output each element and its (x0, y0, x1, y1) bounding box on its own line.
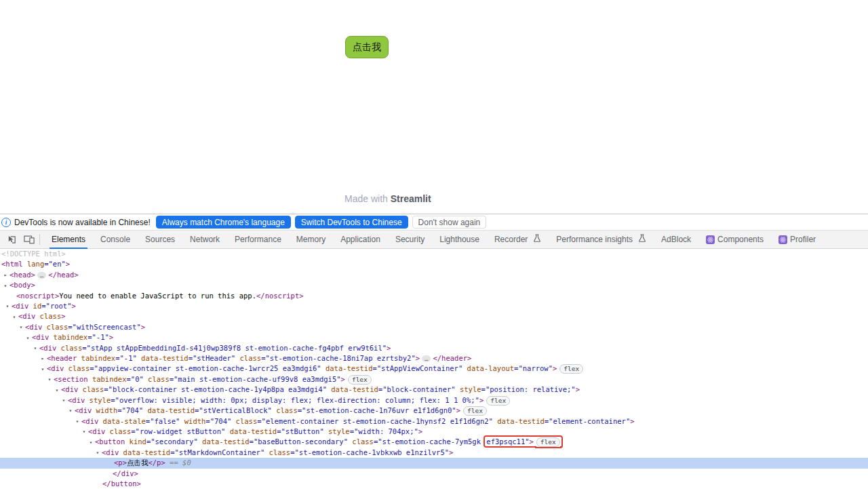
tab-profiler[interactable]: Profiler (771, 231, 823, 249)
dom-tree-line[interactable]: ▾<div data-testid="stMarkdownContainer" … (0, 448, 868, 458)
code-token: <div (39, 344, 56, 352)
info-icon: i (1, 218, 11, 227)
dom-tree-line[interactable]: ▾<div width="704" data-testid="stVertica… (0, 406, 868, 416)
expand-arrow-icon[interactable]: ▾ (24, 333, 32, 343)
code-token: ="element-container st-emotion-cache-1hy… (257, 417, 493, 425)
streamlit-page: 点击我 Made with Streamlit (0, 0, 868, 214)
dom-tree-line[interactable]: ▸<header tabindex="-1" data-testid="stHe… (0, 353, 868, 364)
code-token: ="root" (41, 302, 71, 310)
code-token: ="stAppViewContainer" (372, 364, 462, 372)
inspect-element-icon[interactable] (3, 231, 20, 248)
tab-network[interactable]: Network (182, 231, 227, 249)
dom-tree-line[interactable]: ▾<body> (0, 280, 868, 290)
tab-elements[interactable]: Elements (44, 231, 93, 249)
tab-console[interactable]: Console (93, 231, 138, 249)
infobar-button-always-match-chrome-s-language[interactable]: Always match Chrome's language (156, 216, 291, 229)
code-token: data-stale (98, 417, 146, 425)
expand-arrow-icon[interactable]: ▾ (1, 281, 9, 291)
tab-components[interactable]: Components (698, 231, 771, 249)
code-token: ="main st-emotion-cache-uf99v8 ea3mdgi5" (170, 375, 341, 383)
expand-arrow-icon[interactable]: ▾ (31, 343, 39, 353)
expand-arrow-icon[interactable]: ▾ (87, 437, 95, 448)
dom-tree-line[interactable]: ▾<div class="row-widget stButton" data-t… (0, 427, 868, 437)
flex-badge[interactable]: flex (348, 375, 372, 385)
code-token: style (456, 385, 481, 393)
flex-badge[interactable]: flex (486, 396, 510, 406)
dom-tree-line[interactable]: </button> (0, 479, 868, 489)
dom-tree-line[interactable]: ▾<button kind="secondary" data-testid="b… (0, 437, 868, 447)
tab-label: Console (100, 235, 130, 244)
expand-arrow-icon[interactable]: ▾ (39, 364, 47, 374)
expand-inline-icon[interactable]: … (422, 355, 431, 362)
tab-label: Performance insights (556, 235, 633, 244)
devtools-tabs: ElementsConsoleSourcesNetworkPerformance… (44, 231, 823, 249)
dom-tree-line[interactable]: ▾<div style="overflow: visible; width: 0… (0, 395, 868, 406)
tab-memory[interactable]: Memory (289, 231, 333, 249)
flex-badge[interactable]: flex (463, 406, 487, 416)
code-token: ="stHeader" (189, 354, 236, 362)
dom-tree-line[interactable]: ▾<div tabindex="-1"> (0, 332, 868, 342)
tab-application[interactable]: Application (333, 231, 388, 249)
streamlit-click-me-button[interactable]: 点击我 (345, 36, 389, 58)
code-token: class (35, 312, 61, 320)
dom-tree-line[interactable]: ▾<div class="withScreencast"> (0, 322, 868, 332)
tab-performance-insights[interactable]: Performance insights (549, 231, 654, 249)
code-token: <head> (9, 271, 35, 279)
code-token: class (231, 417, 257, 425)
screen: 点击我 Made with Streamlit i DevTools is no… (0, 0, 868, 491)
dom-tree-line[interactable]: ▾<div class="appview-container st-emotio… (0, 364, 868, 374)
device-toolbar-icon[interactable] (20, 231, 38, 248)
flex-badge[interactable]: flex (536, 437, 560, 447)
tab-performance[interactable]: Performance (227, 231, 289, 249)
streamlit-brand[interactable]: Streamlit (391, 193, 431, 204)
code-token: > (416, 354, 420, 362)
expand-arrow-icon[interactable]: ▾ (60, 395, 68, 406)
expand-arrow-icon[interactable]: ▾ (45, 374, 54, 385)
tab-security[interactable]: Security (388, 231, 432, 249)
dom-tree-line[interactable]: <html lang="en"> (0, 259, 868, 269)
code-token: ="row-widget stButton" (131, 427, 225, 435)
code-token: <div (25, 323, 42, 331)
tab-recorder[interactable]: Recorder (487, 231, 549, 249)
dom-tree-line[interactable]: <noscript>You need to enable JavaScript … (0, 291, 868, 301)
collapse-arrow-icon[interactable]: ▸ (39, 353, 47, 364)
code-token: ="block-container st-emotion-cache-1y4p8… (104, 385, 327, 393)
devtools-tabbar: ElementsConsoleSourcesNetworkPerformance… (0, 231, 868, 249)
tab-label: Network (190, 235, 220, 244)
expand-arrow-icon[interactable]: ▾ (80, 427, 88, 437)
code-token: <div (75, 406, 92, 414)
expand-arrow-icon[interactable]: ▾ (3, 301, 12, 311)
expand-arrow-icon[interactable]: ▾ (17, 322, 25, 332)
dom-tree-line[interactable]: <!DOCTYPE html> (0, 249, 868, 259)
expand-arrow-icon[interactable]: ▾ (94, 448, 102, 458)
expand-inline-icon[interactable]: … (37, 272, 46, 279)
dom-tree-line[interactable]: ▾<div class="stApp stAppEmbeddingId-s41j… (0, 343, 868, 353)
code-token: ="stApp stAppEmbeddingId-s41j0wp389f8 st… (82, 344, 387, 352)
dom-tree-line[interactable]: ▸<head>…</head> (0, 270, 868, 280)
dom-tree-line[interactable]: ▾<div class="block-container st-emotion-… (0, 385, 868, 395)
collapse-arrow-icon[interactable]: ▸ (1, 270, 9, 280)
expand-arrow-icon[interactable]: ▾ (73, 416, 81, 427)
expand-arrow-icon[interactable]: ▾ (10, 312, 18, 322)
code-token: ="704" (117, 406, 143, 414)
dom-tree-line[interactable]: ▾<div id="root"> (0, 301, 868, 311)
tab-lighthouse[interactable]: Lighthouse (432, 231, 487, 249)
dom-tree-line[interactable]: ▾<section tabindex="0" class="main st-em… (0, 374, 868, 385)
code-token: > (61, 312, 65, 320)
code-token: ="false" (146, 417, 180, 425)
tab-label: Sources (145, 235, 175, 244)
code-token: <body> (9, 281, 35, 289)
expand-arrow-icon[interactable]: ▾ (66, 406, 75, 416)
dom-tree-line[interactable]: </div> (0, 469, 868, 479)
code-token: <section (54, 375, 88, 383)
flex-badge[interactable]: flex (559, 364, 583, 374)
tab-adblock[interactable]: AdBlock (654, 231, 698, 249)
infobar-button-don-t-show-again[interactable]: Don't show again (412, 216, 487, 229)
dom-tree-line[interactable]: ▾<div data-stale="false" width="704" cla… (0, 416, 868, 427)
expand-arrow-icon[interactable]: ▾ (53, 385, 61, 395)
dom-tree-line-selected[interactable]: <p>点击我</p> == $0 (0, 458, 868, 468)
tab-sources[interactable]: Sources (138, 231, 182, 249)
code-token: id (28, 302, 41, 310)
dom-tree-line[interactable]: ▾<div class> (0, 311, 868, 321)
infobar-button-switch-devtools-to-chinese[interactable]: Switch DevTools to Chinese (295, 216, 408, 229)
